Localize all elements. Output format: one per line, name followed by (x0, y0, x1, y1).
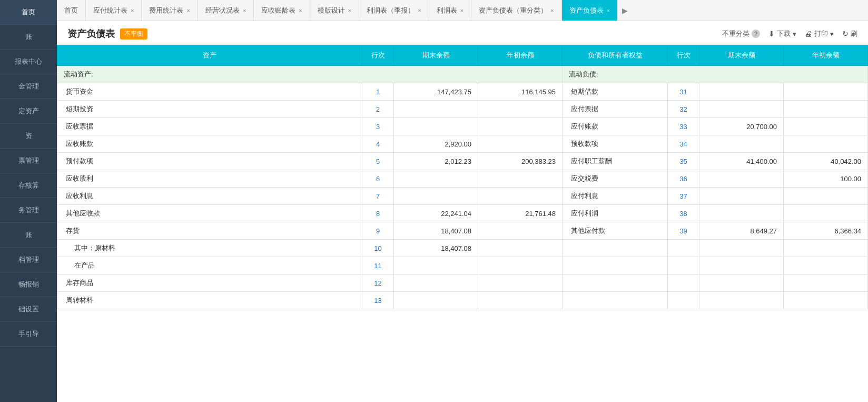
sidebar-item-archive[interactable]: 档管理 (0, 248, 57, 272)
right-end-balance (699, 170, 784, 188)
col-end-balance2: 期末余额 (699, 45, 784, 66)
tab-close-expense-stats[interactable]: × (186, 7, 190, 14)
right-row-num: 39 (668, 222, 699, 240)
table-row: 应收利息 7 应付利息 37 (57, 188, 868, 205)
sidebar-item-ticket-mgmt[interactable]: 票管理 (0, 149, 57, 173)
table-row: 货币资金 1 147,423.75 116,145.95 短期借款 31 (57, 83, 868, 101)
right-row-num: 34 (668, 135, 699, 153)
right-year-start (784, 118, 868, 135)
left-end-balance (394, 292, 478, 309)
left-year-start (478, 257, 563, 274)
tab-payable-stats[interactable]: 应付统计表 × (86, 0, 142, 21)
sidebar-item-home[interactable]: 首页 (0, 0, 57, 25)
right-item-name: 其他应付款 (563, 222, 668, 240)
left-row-num: 8 (362, 205, 394, 222)
left-item-name: 存货 (57, 222, 362, 240)
tab-expense-stats[interactable]: 费用统计表 × (142, 0, 198, 21)
left-year-start (478, 240, 563, 257)
right-row-num: 31 (668, 83, 699, 101)
left-item-name: 短期投资 (57, 101, 362, 118)
right-item-name: 应付利息 (563, 188, 668, 205)
tab-profit-quarterly[interactable]: 利润表（季报） × (359, 0, 429, 21)
right-item-name (563, 240, 668, 257)
right-row-num: 33 (668, 118, 699, 135)
right-end-balance (699, 188, 784, 205)
print-chevron-icon: ▾ (830, 30, 834, 38)
tab-business-status[interactable]: 经营状况表 × (198, 0, 254, 21)
right-year-start (784, 83, 868, 101)
tab-profit[interactable]: 利润表 × (429, 0, 471, 21)
right-end-balance (699, 274, 784, 292)
right-row-num: 37 (668, 188, 699, 205)
sidebar-item-guide[interactable]: 手引导 (0, 322, 57, 347)
right-end-balance: 41,400.00 (699, 153, 784, 170)
no-reclassify-button[interactable]: 不重分类 ? (722, 29, 760, 38)
sidebar-item-expense[interactable]: 畅报销 (0, 272, 57, 297)
sidebar-item-account[interactable]: 账 (0, 25, 57, 50)
left-item-name: 应收账款 (57, 135, 362, 153)
sidebar-item-settings[interactable]: 础设置 (0, 297, 57, 322)
right-row-num (668, 274, 699, 292)
refresh-button[interactable]: ↻ 刷 (842, 29, 857, 38)
page-title-area: 资产负债表 不平衡 (67, 27, 147, 40)
right-end-balance: 20,700.00 (699, 118, 784, 135)
right-item-name: 应付账款 (563, 118, 668, 135)
left-end-balance: 18,407.08 (394, 222, 478, 240)
left-item-name: 其他应收款 (57, 205, 362, 222)
left-year-start (478, 118, 563, 135)
tab-scroll-right[interactable]: ▶ (618, 0, 632, 21)
left-row-num: 12 (362, 274, 394, 292)
table-row: 应收股利 6 应交税费 36 100.00 (57, 170, 868, 188)
left-year-start (478, 135, 563, 153)
right-item-name: 应交税费 (563, 170, 668, 188)
sidebar: 首页 账 报表中心 金管理 定资产 资 票管理 存核算 务管理 账 档管理 畅报… (0, 0, 57, 402)
tab-close-receivable-aging[interactable]: × (299, 7, 302, 14)
header-actions: 不重分类 ? ⬇ 下载 ▾ 🖨 打印 ▾ ↻ 刷 (722, 29, 857, 38)
print-button[interactable]: 🖨 打印 ▾ (805, 29, 834, 38)
tab-template-design[interactable]: 模版设计 × (310, 0, 359, 21)
col-liability-equity: 负债和所有者权益 (563, 45, 668, 66)
refresh-icon: ↻ (842, 30, 849, 38)
right-year-start (784, 240, 868, 257)
left-item-name: 货币资金 (57, 83, 362, 101)
tab-close-profit-quarterly[interactable]: × (418, 7, 421, 14)
left-end-balance (394, 257, 478, 274)
sidebar-item-fixed-assets[interactable]: 定资产 (0, 99, 57, 124)
right-item-name: 预收款项 (563, 135, 668, 153)
left-row-num: 5 (362, 153, 394, 170)
content-header: 资产负债表 不平衡 不重分类 ? ⬇ 下载 ▾ 🖨 打印 ▾ ↻ 刷 (57, 21, 868, 45)
sidebar-item-ledger[interactable]: 账 (0, 223, 57, 248)
tab-balance-sheet[interactable]: 资产负债表 × (562, 0, 618, 21)
left-section-label: 流动资产: (57, 66, 563, 83)
right-year-start (784, 188, 868, 205)
sidebar-item-tax-mgmt[interactable]: 务管理 (0, 198, 57, 223)
right-item-name: 应付职工薪酬 (563, 153, 668, 170)
table-row: 短期投资 2 应付票据 32 (57, 101, 868, 118)
left-end-balance: 2,920.00 (394, 135, 478, 153)
right-end-balance (699, 83, 784, 101)
right-year-start (784, 101, 868, 118)
tab-close-balance-reclassify[interactable]: × (550, 7, 554, 14)
download-button[interactable]: ⬇ 下载 ▾ (768, 29, 796, 38)
right-item-name (563, 257, 668, 274)
tab-close-template-design[interactable]: × (348, 7, 351, 14)
tab-close-balance-sheet[interactable]: × (607, 7, 610, 14)
right-row-num: 35 (668, 153, 699, 170)
table-container: 资产 行次 期末余额 年初余额 负债和所有者权益 行次 期末余额 年初余额 流动… (57, 45, 868, 402)
left-item-name: 其中：原材料 (57, 240, 362, 257)
table-row: 在产品 11 (57, 257, 868, 274)
right-end-balance (699, 240, 784, 257)
tab-balance-reclassify[interactable]: 资产负债表（重分类） × (471, 0, 561, 21)
help-icon[interactable]: ? (752, 30, 760, 38)
tab-home[interactable]: 首页 (57, 0, 86, 21)
sidebar-item-report-center[interactable]: 报表中心 (0, 50, 57, 74)
tab-close-profit[interactable]: × (460, 7, 463, 14)
tab-close-business-status[interactable]: × (243, 7, 246, 14)
sidebar-item-fund-mgmt[interactable]: 金管理 (0, 74, 57, 99)
sidebar-item-inventory[interactable]: 存核算 (0, 173, 57, 198)
right-year-start: 6,366.34 (784, 222, 868, 240)
sidebar-item-assets[interactable]: 资 (0, 124, 57, 149)
tab-receivable-aging[interactable]: 应收账龄表 × (254, 0, 310, 21)
right-item-name (563, 292, 668, 309)
tab-close-payable-stats[interactable]: × (131, 7, 134, 14)
